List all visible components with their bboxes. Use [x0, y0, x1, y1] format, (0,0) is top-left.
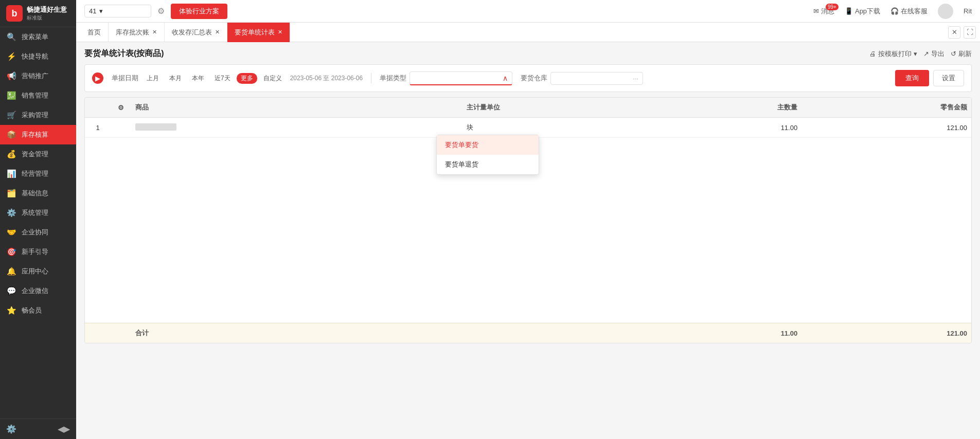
app-logo-text: 畅捷通好生意 标准版	[27, 6, 67, 21]
sidebar-bottom: ⚙️ ◀▶	[0, 418, 76, 439]
collaboration-icon: 🤝	[6, 228, 16, 237]
sidebar-item-member[interactable]: ⭐ 畅会员	[0, 301, 76, 320]
settings-bottom-icon[interactable]: ⚙️	[6, 424, 16, 434]
sidebar-item-collaboration[interactable]: 🤝 企业协同	[0, 223, 76, 242]
row-product	[131, 118, 462, 137]
date-filter-group: 单据日期 上月 本月 本年 近7天 更多 自定义 2023-05-06 至 20…	[112, 72, 363, 84]
date-more-btn[interactable]: 更多	[237, 73, 257, 84]
collapse-icon[interactable]: ◀▶	[58, 424, 70, 434]
purchase-icon: 🛒	[6, 111, 16, 120]
warehouse-dots-icon: ···	[633, 75, 638, 82]
tabs-bar: 首页 库存批次账 ✕ 收发存汇总表 ✕ 要货单统计表 ✕ ✕ ⛶	[76, 23, 980, 42]
sidebar-item-basic-info[interactable]: 🗂️ 基础信息	[0, 184, 76, 203]
warehouse-select[interactable]: ···	[550, 72, 643, 85]
tab-requisition-stats[interactable]: 要货单统计表 ✕	[227, 23, 290, 42]
user-avatar[interactable]	[938, 4, 953, 19]
query-button[interactable]: 查询	[895, 70, 929, 86]
app-download-button[interactable]: 📱 App下载	[845, 7, 880, 16]
sidebar-item-system[interactable]: ⚙️ 系统管理	[0, 203, 76, 223]
online-service-button[interactable]: 🎧 在线客服	[890, 7, 928, 16]
dropdown-item-requisition[interactable]: 要货单要货	[437, 135, 539, 155]
tab-close-requisition-stats[interactable]: ✕	[278, 29, 282, 35]
filter-area: ▶ 单据日期 上月 本月 本年 近7天 更多 自定义 2023-05-06 至 …	[84, 64, 972, 92]
footer-settings-spacer	[111, 328, 131, 338]
tabs-maximize-button[interactable]: ⛶	[964, 26, 976, 39]
refresh-button[interactable]: ↺ 刷新	[951, 49, 972, 59]
print-arrow-icon: ▾	[914, 50, 917, 58]
print-icon: 🖨	[869, 50, 876, 58]
warehouse-filter-group: 要货仓库 ···	[521, 72, 643, 85]
data-table: ⚙ 商品 主计量单位 主数量 零售金额 1 块 11.00 121.00	[84, 97, 972, 343]
search-icon: 🔍	[6, 32, 16, 42]
sidebar-item-quicknav[interactable]: ⚡ 快捷导航	[0, 47, 76, 66]
footer-label: 合计	[131, 323, 462, 343]
tab-close-receive-summary[interactable]: ✕	[215, 29, 220, 35]
type-filter-group: 单据类型 ∧	[380, 71, 512, 85]
page-header: 要货单统计表(按商品) 🖨 按模板打印 ▾ ↗ 导出 ↺ 刷新	[84, 48, 972, 59]
sidebar-logo: b 畅捷通好生意 标准版	[0, 0, 76, 27]
warehouse-filter-label: 要货仓库	[521, 74, 547, 83]
table-header: ⚙ 商品 主计量单位 主数量 零售金额	[85, 98, 971, 118]
sidebar-item-finance[interactable]: 💰 资金管理	[0, 144, 76, 164]
type-select[interactable]: ∧	[409, 71, 512, 85]
type-select-arrow-icon: ∧	[503, 74, 508, 82]
date-custom-btn[interactable]: 自定义	[259, 72, 286, 84]
footer-qty: 11.00	[632, 324, 801, 342]
quicknav-icon: ⚡	[6, 52, 16, 61]
app-logo-icon: b	[6, 5, 23, 22]
tab-home[interactable]: 首页	[80, 23, 109, 42]
footer-amount: 121.00	[801, 324, 971, 342]
page-actions: 🖨 按模板打印 ▾ ↗ 导出 ↺ 刷新	[869, 49, 972, 59]
sidebar-item-sales[interactable]: 💹 销售管理	[0, 86, 76, 105]
sidebar-item-guide[interactable]: 🎯 新手引导	[0, 242, 76, 262]
tabs-bar-right: ✕ ⛶	[948, 26, 976, 39]
date-cur-month-btn[interactable]: 本月	[165, 72, 186, 84]
sidebar-item-wechat[interactable]: 💬 企业微信	[0, 281, 76, 301]
date-prev-month-btn[interactable]: 上月	[142, 72, 163, 84]
tab-close-inventory-batch[interactable]: ✕	[152, 29, 157, 35]
print-template-button[interactable]: 🖨 按模板打印 ▾	[869, 49, 917, 59]
page-content: 要货单统计表(按商品) 🖨 按模板打印 ▾ ↗ 导出 ↺ 刷新 ▶	[76, 42, 980, 439]
sidebar-item-operations[interactable]: 📊 经营管理	[0, 164, 76, 184]
col-header-qty: 主数量	[632, 98, 801, 117]
col-header-amount: 零售金额	[801, 98, 971, 117]
trial-industry-button[interactable]: 体验行业方案	[171, 4, 227, 19]
export-button[interactable]: ↗ 导出	[923, 49, 945, 59]
wechat-icon: 💬	[6, 286, 16, 296]
app-center-icon: 🔔	[6, 267, 16, 276]
basic-info-icon: 🗂️	[6, 189, 16, 198]
tab-inventory-batch[interactable]: 库存批次账 ✕	[109, 23, 165, 42]
col-header-unit: 主计量单位	[462, 98, 632, 117]
export-icon: ↗	[923, 50, 929, 58]
user-name: Rit	[964, 7, 972, 15]
filter-toggle-button[interactable]: ▶	[92, 72, 103, 84]
sidebar-item-search[interactable]: 🔍 搜索菜单	[0, 27, 76, 47]
sidebar-item-inventory[interactable]: 📦 库存核算	[0, 125, 76, 144]
col-header-seq	[85, 102, 111, 113]
download-icon: 📱	[845, 7, 853, 15]
sidebar-item-marketing[interactable]: 📢 营销推广	[0, 66, 76, 86]
date-cur-year-btn[interactable]: 本年	[188, 72, 208, 84]
date-7days-btn[interactable]: 近7天	[210, 72, 235, 84]
sidebar-item-purchase[interactable]: 🛒 采购管理	[0, 105, 76, 125]
company-selector[interactable]: 41 ▾	[84, 5, 151, 17]
date-options: 上月 本月 本年 近7天 更多 自定义	[142, 72, 286, 84]
selector-arrow-icon: ▾	[99, 7, 103, 15]
tabs-close-all-button[interactable]: ✕	[948, 26, 960, 39]
message-button[interactable]: ✉ 消息 99+	[813, 7, 834, 16]
type-dropdown-menu: 要货单要货 要货单退货	[436, 135, 539, 175]
table-footer: 合计 11.00 121.00	[85, 323, 971, 343]
topbar-left: 41 ▾ ⚙ 体验行业方案	[84, 4, 813, 19]
dropdown-item-return[interactable]: 要货单退货	[437, 155, 539, 174]
filter-settings-button[interactable]: 设置	[933, 70, 964, 86]
filter-actions: 查询 设置	[895, 70, 964, 86]
row-settings-spacer	[111, 122, 131, 133]
guide-icon: 🎯	[6, 247, 16, 257]
date-filter-label: 单据日期	[112, 74, 138, 83]
sidebar-item-app-center[interactable]: 🔔 应用中心	[0, 262, 76, 281]
topbar-gear-icon[interactable]: ⚙	[157, 6, 165, 16]
col-header-settings[interactable]: ⚙	[111, 99, 131, 117]
tab-receive-summary[interactable]: 收发存汇总表 ✕	[165, 23, 227, 42]
page-title: 要货单统计表(按商品)	[84, 48, 164, 59]
message-icon: ✉	[813, 7, 819, 15]
